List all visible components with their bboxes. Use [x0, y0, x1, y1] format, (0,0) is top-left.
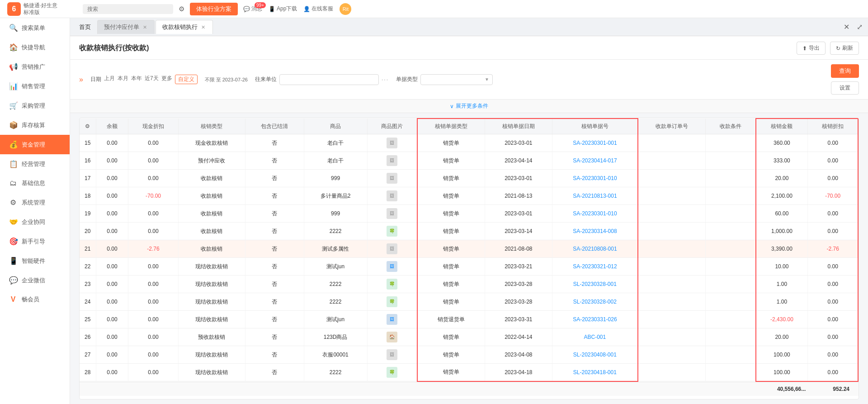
page-title: 收款核销执行(按收款) [79, 43, 149, 53]
sidebar-item-purchase[interactable]: 🛒 采购管理 [0, 96, 70, 115]
settings-btn[interactable]: 设置 [831, 81, 859, 95]
message-btn[interactable]: 💬 消息 99+ [243, 5, 262, 13]
cell-include-cleared: 否 [245, 170, 304, 187]
cell-goods-img: 🖼 [367, 311, 417, 328]
expand-row: ∨ 展开更多条件 [70, 100, 868, 113]
cell-goods-img: 🖼 [367, 152, 417, 170]
cell-receipt-order-no [638, 258, 705, 276]
cell-cash-discount: 0.00 [128, 223, 178, 240]
verify-no-link[interactable]: SL-20230418-001 [573, 369, 617, 375]
service-btn[interactable]: 👤 在线客服 [303, 5, 333, 13]
cell-receipt-condition [705, 240, 755, 258]
cell-verify-amount: 100.00 [756, 346, 808, 364]
cell-balance: 0.00 [96, 223, 128, 240]
verify-no-link[interactable]: SA-20230321-012 [573, 263, 617, 270]
date-this-month[interactable]: 本月 [118, 75, 128, 84]
export-icon: ⬆ [802, 45, 807, 52]
sidebar-item-enterprise[interactable]: 🤝 企业协同 [0, 212, 70, 232]
th-gear[interactable]: ⚙ [80, 119, 96, 134]
tab-verify-close[interactable]: ✕ [200, 24, 206, 31]
cell-include-cleared: 否 [245, 276, 304, 293]
partner-dots[interactable]: ··· [382, 76, 389, 83]
cell-verify-type: 现结收款核销 [178, 293, 245, 311]
avatar[interactable]: Rit [340, 3, 351, 15]
filter-toggle-btn[interactable]: » [79, 76, 83, 84]
verify-no-link[interactable]: SA-20230301-001 [573, 140, 617, 146]
refresh-btn[interactable]: ↻ 刷新 [830, 42, 859, 55]
cell-verify-discount: 0.00 [808, 223, 858, 240]
tab-prepay-close[interactable]: ✕ [142, 24, 148, 31]
date-7days[interactable]: 近7天 [145, 75, 159, 84]
sidebar-item-inventory[interactable]: 📦 库存核算 [0, 115, 70, 135]
th-verify-amount: 核销金额 [756, 119, 808, 134]
app-download-btn[interactable]: 📱 App下载 [269, 5, 297, 13]
verify-no-link[interactable]: SL-20230328-002 [573, 299, 617, 305]
verify-no-link[interactable]: SA-20230301-010 [573, 210, 617, 217]
sidebar-item-finance[interactable]: 💰 资金管理 [0, 135, 70, 154]
header-actions: ⬆ 导出 ↻ 刷新 [797, 42, 859, 55]
cell-goods: 测试多属性 [304, 240, 367, 258]
date-this-year[interactable]: 本年 [131, 75, 142, 84]
sidebar-item-search[interactable]: 🔍 搜索菜单 [0, 18, 70, 38]
sidebar-item-member[interactable]: V 畅会员 [0, 290, 70, 309]
date-custom[interactable]: 自定义 [175, 75, 198, 84]
verify-no-link[interactable]: SA-20210808-001 [573, 246, 617, 252]
cell-goods: 衣服00001 [304, 346, 367, 364]
verify-no-link[interactable]: SA-20230301-010 [573, 175, 617, 181]
verify-no-link[interactable]: SA-20210813-001 [573, 193, 617, 199]
verify-no-link[interactable]: SA-20230331-026 [573, 316, 617, 323]
sidebar-item-guide[interactable]: 🎯 新手引导 [0, 232, 70, 251]
tab-prepay[interactable]: 预付冲应付单 ✕ [97, 20, 155, 34]
gear-icon[interactable]: ⚙ [179, 5, 184, 13]
date-last-month[interactable]: 上月 [104, 75, 115, 84]
partner-input[interactable] [279, 74, 379, 85]
cell-verify-type: 预付冲应收 [178, 152, 245, 170]
cell-verify-type: 收款核销 [178, 187, 245, 205]
cell-verify-discount: 0.00 [808, 258, 858, 276]
table-wrapper[interactable]: ⚙ 余额 现金折扣 核销类型 包含已结清 商品 商品图片 核销单据类型 核销单据… [79, 118, 859, 399]
cell-receipt-condition [705, 170, 755, 187]
sidebar-item-management[interactable]: 📋 经营管理 [0, 154, 70, 174]
management-icon: 📋 [9, 160, 17, 168]
search-input[interactable] [83, 4, 173, 14]
tab-verify[interactable]: 收款核销执行 ✕ [156, 20, 213, 34]
cell-verify-amount: -2,430.00 [756, 311, 808, 328]
cell-include-cleared: 否 [245, 187, 304, 205]
sidebar-item-system[interactable]: ⚙ 系统管理 [0, 193, 70, 212]
sidebar-item-hardware[interactable]: 📱 智能硬件 [0, 251, 70, 271]
industry-btn[interactable]: 体验行业方案 [190, 3, 238, 15]
export-btn[interactable]: ⬆ 导出 [797, 42, 826, 55]
table-row: 17 0.00 0.00 收款核销 否 999 🖼 销货单 2023-03-01… [80, 170, 858, 187]
cell-verify-discount: 0.00 [808, 134, 858, 152]
order-type-select[interactable] [420, 74, 493, 85]
verify-no-link[interactable]: SL-20230408-001 [573, 352, 617, 358]
partner-filter: 往来单位 ··· [255, 74, 389, 85]
cell-goods: 2222 [304, 364, 367, 381]
sidebar-item-sales[interactable]: 📊 销售管理 [0, 76, 70, 96]
sidebar-item-marketing[interactable]: 📢 营销推广 [0, 57, 70, 76]
cell-receipt-condition [705, 328, 755, 346]
cell-verify-order-type: 销货单 [417, 346, 485, 364]
date-more[interactable]: 更多 [161, 75, 172, 84]
sidebar-item-base[interactable]: 🗂 基础信息 [0, 174, 70, 193]
footer-amount: 40,556,66... 952.24 [84, 386, 854, 392]
cell-balance: 0.00 [96, 328, 128, 346]
verify-no-link[interactable]: SA-20230314-008 [573, 228, 617, 234]
cell-verify-order-type: 销货单 [417, 276, 485, 293]
sidebar-item-wechat[interactable]: 💬 企业微信 [0, 271, 70, 290]
query-btn[interactable]: 查询 [831, 64, 859, 78]
cell-goods-img: 🖼 [367, 134, 417, 152]
expand-more-btn[interactable]: ∨ 展开更多条件 [450, 102, 488, 110]
sidebar: 🔍 搜索菜单 🏠 快捷导航 📢 营销推广 📊 销售管理 🛒 采购管理 📦 库存核… [0, 18, 70, 404]
filter-bar: » 日期 上月 本月 本年 近7天 更多 自定义 不限 至 2023-07-26 [70, 60, 868, 100]
cell-verify-no: SA-20230414-017 [552, 152, 638, 170]
cell-verify-date: 2023-03-28 [485, 276, 552, 293]
tab-close-all-btn[interactable]: ✕ [842, 22, 851, 32]
tab-home[interactable]: 首页 [74, 20, 96, 34]
verify-no-link[interactable]: SL-20230328-001 [573, 281, 617, 287]
tab-expand-btn[interactable]: ⤢ [855, 22, 864, 32]
verify-no-link[interactable]: SA-20230414-017 [573, 157, 617, 164]
verify-no-link[interactable]: ABC-001 [584, 334, 606, 340]
cell-receipt-order-no [638, 364, 705, 381]
sidebar-item-nav[interactable]: 🏠 快捷导航 [0, 38, 70, 57]
